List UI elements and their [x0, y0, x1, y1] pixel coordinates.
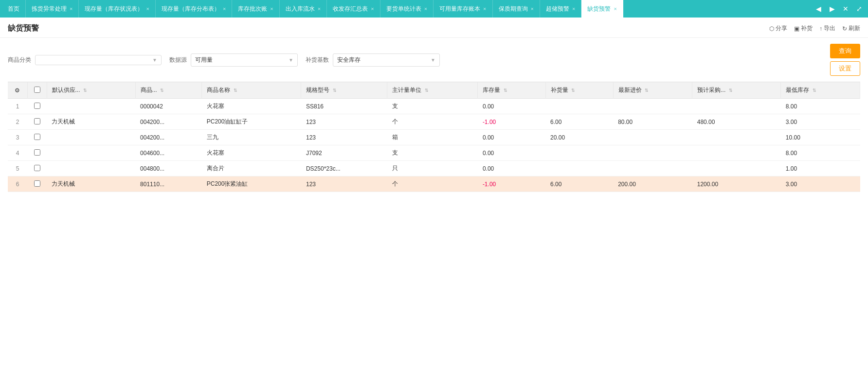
row-replenish-qty-3: 20.00 [545, 130, 613, 145]
table-header-row: ⚙ 默认供应... ⇅ 商品... ⇅ 商品名称 ⇅ [8, 82, 860, 99]
select-all-checkbox[interactable] [34, 87, 40, 93]
tab-req-stats[interactable]: 要货单统计表 × [380, 0, 434, 18]
tab-expiry-query-close[interactable]: × [531, 6, 534, 12]
gear-icon: ⚙ [15, 87, 20, 94]
row-inventory-1: 0.00 [478, 99, 545, 114]
row-unit-2: 个 [387, 114, 478, 130]
tab-shortage-close[interactable]: × [614, 6, 616, 12]
tab-inventory-status-close[interactable]: × [146, 6, 149, 12]
tab-home[interactable]: 首页 [2, 0, 26, 18]
tab-inout-flow-close[interactable]: × [318, 6, 321, 12]
est-sort-icon: ⇅ [729, 88, 733, 93]
row-checkbox-cell-4[interactable] [27, 145, 47, 161]
supplier-sort-icon: ⇅ [83, 88, 87, 93]
row-latest-price-5 [613, 161, 692, 176]
tab-inventory-dist-close[interactable]: × [223, 6, 226, 12]
col-min-inventory[interactable]: 最低库存 ⇅ [781, 82, 860, 99]
export-action[interactable]: ↑ 导出 [819, 24, 835, 33]
col-replenish-qty[interactable]: 补货量 ⇅ [545, 82, 613, 99]
col-spec-model[interactable]: 规格型号 ⇅ [301, 82, 387, 99]
replenish-base-select[interactable]: 安全库存 ▼ [333, 53, 440, 67]
tab-batch-account[interactable]: 库存批次账 × [232, 0, 279, 18]
tab-nav-prev[interactable]: ◀ [812, 2, 825, 16]
row-checkbox-4[interactable] [34, 149, 40, 156]
row-index-3: 3 [8, 130, 27, 145]
share-icon: ⬡ [769, 25, 774, 32]
category-filter-group: 商品分类 ▼ [8, 55, 162, 65]
tab-inventory-dist[interactable]: 现存量（库存分布表） × [156, 0, 232, 18]
row-supplier-3 [47, 130, 135, 145]
col-unit[interactable]: 主计量单位 ⇅ [387, 82, 478, 99]
datasource-select-value: 可用量 [195, 56, 287, 64]
refresh-icon: ↻ [842, 25, 847, 32]
col-est-purchase[interactable]: 预计采购... ⇅ [692, 82, 781, 99]
row-checkbox-cell-6[interactable] [27, 176, 47, 192]
row-latest-price-4 [613, 145, 692, 161]
row-est-purchase-1 [692, 99, 781, 114]
tab-nav-expand[interactable]: ⤢ [852, 2, 866, 16]
datasource-filter-group: 数据源 可用量 ▼ [169, 53, 298, 67]
row-latest-price-1 [613, 99, 692, 114]
tab-overstock-close[interactable]: × [572, 6, 575, 12]
row-min-inventory-3: 10.00 [781, 130, 860, 145]
row-spec-model-2: 123 [301, 114, 387, 130]
row-checkbox-cell-3[interactable] [27, 130, 47, 145]
row-est-purchase-2: 480.00 [692, 114, 781, 130]
row-checkbox-2[interactable] [34, 118, 40, 124]
settings-button[interactable]: 设置 [830, 61, 860, 76]
tab-available-ledger[interactable]: 可用量库存账本 × [434, 0, 492, 18]
tab-shortage[interactable]: 缺货预警 × [581, 0, 623, 18]
replenish-action[interactable]: ▣ 补货 [794, 24, 813, 33]
row-inventory-2: -1.00 [478, 114, 545, 130]
category-select[interactable]: ▼ [35, 55, 162, 65]
tab-collection-close[interactable]: × [371, 6, 374, 12]
datasource-select[interactable]: 可用量 ▼ [191, 53, 298, 67]
tab-exception[interactable]: 拣货异常处理 × [26, 0, 79, 18]
tab-overstock[interactable]: 超储预警 × [540, 0, 581, 18]
row-index-5: 5 [8, 161, 27, 176]
page-title: 缺货预警 [8, 23, 39, 34]
tab-nav-buttons: ◀ ▶ ✕ ⤢ [812, 2, 866, 16]
table-row: 2 力天机械 004200... PC200油缸缸子 123 个 -1.00 6… [8, 114, 860, 130]
tab-req-stats-close[interactable]: × [424, 6, 427, 12]
tab-exception-close[interactable]: × [70, 6, 72, 12]
row-checkbox-3[interactable] [34, 134, 40, 140]
col-gear[interactable]: ⚙ [8, 82, 27, 99]
tab-inventory-status[interactable]: 现存量（库存状况表） × [79, 0, 155, 18]
row-product-code-6: 801110... [135, 176, 202, 192]
col-inventory[interactable]: 库存量 ⇅ [478, 82, 545, 99]
data-table: ⚙ 默认供应... ⇅ 商品... ⇅ 商品名称 ⇅ [8, 82, 860, 192]
table-row: 4 004600... 火花塞 J7092 支 0.00 8.00 [8, 145, 860, 161]
tab-nav-close-all[interactable]: ✕ [839, 2, 852, 16]
row-product-code-3: 004200... [135, 130, 202, 145]
tab-nav-next[interactable]: ▶ [825, 2, 839, 16]
row-checkbox-5[interactable] [34, 165, 40, 171]
row-checkbox-cell-2[interactable] [27, 114, 47, 130]
row-checkbox-cell-5[interactable] [27, 161, 47, 176]
row-checkbox-6[interactable] [34, 180, 40, 187]
tab-collection[interactable]: 收发存汇总表 × [327, 0, 380, 18]
tab-batch-account-close[interactable]: × [270, 6, 273, 12]
action-buttons: 查询 设置 [830, 44, 860, 76]
tab-expiry-query[interactable]: 保质期查询 × [493, 0, 540, 18]
refresh-action[interactable]: ↻ 刷新 [842, 24, 860, 33]
row-product-code-4: 004600... [135, 145, 202, 161]
row-inventory-3: 0.00 [478, 130, 545, 145]
row-unit-6: 个 [387, 176, 478, 192]
share-action[interactable]: ⬡ 分享 [769, 24, 787, 33]
tab-inout-flow[interactable]: 出入库流水 × [280, 0, 327, 18]
row-checkbox-1[interactable] [34, 103, 40, 109]
row-min-inventory-5: 1.00 [781, 161, 860, 176]
col-latest-price[interactable]: 最新进价 ⇅ [613, 82, 692, 99]
col-product-name[interactable]: 商品名称 ⇅ [202, 82, 301, 99]
col-checkbox[interactable] [27, 82, 47, 99]
row-product-name-5: 离合片 [202, 161, 301, 176]
query-button[interactable]: 查询 [830, 44, 860, 58]
row-checkbox-cell-1[interactable] [27, 99, 47, 114]
row-est-purchase-6: 1200.00 [692, 176, 781, 192]
row-inventory-6: -1.00 [478, 176, 545, 192]
col-default-supplier[interactable]: 默认供应... ⇅ [47, 82, 135, 99]
col-product-code[interactable]: 商品... ⇅ [135, 82, 202, 99]
row-supplier-1 [47, 99, 135, 114]
tab-available-ledger-close[interactable]: × [483, 6, 486, 12]
